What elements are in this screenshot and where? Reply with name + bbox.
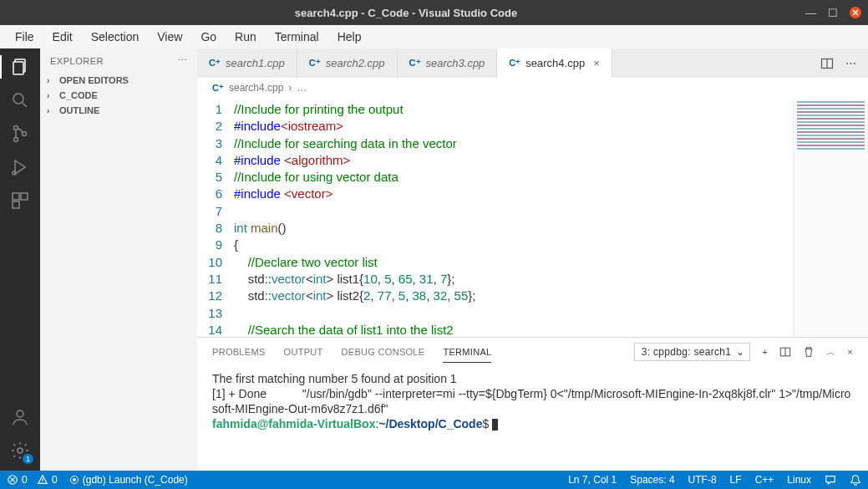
line-numbers: 1234567891011121314 bbox=[197, 98, 234, 337]
menu-view[interactable]: View bbox=[149, 28, 190, 46]
panel-tab-output[interactable]: OUTPUT bbox=[284, 342, 323, 362]
tab-search2[interactable]: C⁺search2.cpp bbox=[297, 48, 398, 78]
status-errors[interactable]: 0 0 bbox=[7, 474, 58, 486]
tab-search3[interactable]: C⁺search3.cpp bbox=[398, 48, 498, 78]
svg-rect-8 bbox=[21, 193, 28, 200]
svg-rect-9 bbox=[13, 201, 19, 208]
activity-bar: 1 bbox=[0, 48, 40, 471]
sidebar-title: EXPLORER ⋯ bbox=[40, 48, 197, 73]
minimize-icon[interactable]: — bbox=[805, 7, 816, 19]
menubar: File Edit Selection View Go Run Terminal… bbox=[0, 25, 868, 48]
bottom-panel: PROBLEMS OUTPUT DEBUG CONSOLE TERMINAL 3… bbox=[197, 337, 868, 471]
menu-help[interactable]: Help bbox=[329, 28, 370, 46]
menu-selection[interactable]: Selection bbox=[83, 28, 148, 46]
svg-rect-7 bbox=[13, 193, 19, 200]
settings-icon[interactable]: 1 bbox=[8, 439, 32, 462]
menu-run[interactable]: Run bbox=[226, 28, 265, 46]
svg-point-18 bbox=[73, 479, 75, 481]
status-encoding[interactable]: UTF-8 bbox=[688, 474, 717, 486]
panel-tab-problems[interactable]: PROBLEMS bbox=[212, 342, 266, 362]
svg-point-4 bbox=[14, 138, 18, 142]
status-ln-col[interactable]: Ln 7, Col 1 bbox=[568, 474, 617, 486]
status-launch[interactable]: (gdb) Launch (C_Code) bbox=[69, 474, 188, 486]
maximize-panel-icon[interactable]: ︿ bbox=[826, 346, 835, 359]
menu-file[interactable]: File bbox=[7, 28, 43, 46]
maximize-icon[interactable]: ☐ bbox=[828, 7, 838, 19]
close-panel-icon[interactable]: × bbox=[847, 347, 853, 357]
titlebar: search4.cpp - C_Code - Visual Studio Cod… bbox=[0, 0, 868, 25]
chevron-right-icon: › bbox=[47, 76, 57, 85]
svg-point-3 bbox=[14, 126, 18, 130]
editor-body[interactable]: 1234567891011121314 //Include for printi… bbox=[197, 98, 868, 337]
svg-rect-1 bbox=[13, 62, 23, 74]
tab-search1[interactable]: C⁺search1.cpp bbox=[197, 48, 297, 78]
status-os[interactable]: Linux bbox=[787, 474, 811, 486]
window-title: search4.cpp - C_Code - Visual Studio Cod… bbox=[7, 7, 805, 19]
terminal-select[interactable]: 3: cppdbg: search1 bbox=[634, 343, 750, 361]
status-feedback-icon[interactable] bbox=[825, 474, 836, 486]
more-actions-icon[interactable]: ⋯ bbox=[845, 57, 856, 69]
split-editor-icon[interactable] bbox=[820, 57, 834, 70]
chevron-right-icon: › bbox=[47, 91, 57, 100]
editor-area: C⁺search1.cpp C⁺search2.cpp C⁺search3.cp… bbox=[197, 48, 868, 471]
status-spaces[interactable]: Spaces: 4 bbox=[630, 474, 674, 486]
chevron-right-icon: › bbox=[47, 106, 57, 115]
cpp-file-icon: C⁺ bbox=[309, 58, 321, 69]
menu-go[interactable]: Go bbox=[192, 28, 225, 46]
tab-search4[interactable]: C⁺search4.cpp× bbox=[497, 48, 612, 78]
new-terminal-icon[interactable]: + bbox=[762, 347, 768, 357]
editor-tabs: C⁺search1.cpp C⁺search2.cpp C⁺search3.cp… bbox=[197, 48, 868, 78]
svg-point-5 bbox=[23, 132, 27, 136]
sidebar-folder[interactable]: ›C_CODE bbox=[40, 88, 197, 103]
settings-badge: 1 bbox=[23, 454, 33, 464]
trash-icon[interactable] bbox=[803, 346, 815, 358]
panel-tabs: PROBLEMS OUTPUT DEBUG CONSOLE TERMINAL 3… bbox=[197, 338, 868, 366]
search-icon[interactable] bbox=[8, 89, 32, 112]
status-bar: 0 0 (gdb) Launch (C_Code) Ln 7, Col 1 Sp… bbox=[0, 471, 868, 489]
svg-point-10 bbox=[17, 410, 23, 417]
sidebar-open-editors[interactable]: ›OPEN EDITORS bbox=[40, 73, 197, 88]
cpp-file-icon: C⁺ bbox=[509, 58, 520, 69]
cpp-file-icon: C⁺ bbox=[212, 83, 224, 94]
status-bell-icon[interactable] bbox=[850, 474, 861, 486]
menu-edit[interactable]: Edit bbox=[44, 28, 81, 46]
status-lang[interactable]: C++ bbox=[755, 474, 774, 486]
close-icon[interactable] bbox=[850, 7, 861, 18]
extensions-icon[interactable] bbox=[8, 189, 32, 212]
menu-terminal[interactable]: Terminal bbox=[266, 28, 327, 46]
source-control-icon[interactable] bbox=[8, 122, 32, 145]
svg-point-11 bbox=[18, 448, 23, 453]
terminal-output[interactable]: The first matching number 5 found at pos… bbox=[197, 366, 868, 471]
panel-tab-debug[interactable]: DEBUG CONSOLE bbox=[342, 342, 425, 362]
split-terminal-icon[interactable] bbox=[779, 346, 791, 358]
panel-tab-terminal[interactable]: TERMINAL bbox=[443, 342, 491, 363]
svg-point-2 bbox=[13, 94, 23, 104]
run-debug-icon[interactable] bbox=[8, 155, 32, 179]
sidebar: EXPLORER ⋯ ›OPEN EDITORS ›C_CODE ›OUTLIN… bbox=[40, 48, 197, 471]
code-content[interactable]: //Include for printing the output#includ… bbox=[234, 98, 793, 337]
breadcrumb[interactable]: C⁺ search4.cpp › … bbox=[197, 78, 868, 98]
explorer-icon[interactable] bbox=[8, 55, 32, 79]
svg-point-6 bbox=[13, 171, 16, 175]
account-icon[interactable] bbox=[8, 405, 32, 429]
more-icon[interactable]: ⋯ bbox=[178, 55, 188, 66]
window-controls: — ☐ bbox=[805, 7, 861, 19]
status-eol[interactable]: LF bbox=[730, 474, 742, 486]
minimap[interactable] bbox=[793, 98, 868, 337]
terminal-cursor bbox=[492, 419, 498, 430]
cpp-file-icon: C⁺ bbox=[409, 58, 421, 69]
sidebar-outline[interactable]: ›OUTLINE bbox=[40, 103, 197, 118]
cpp-file-icon: C⁺ bbox=[209, 58, 221, 69]
close-tab-icon[interactable]: × bbox=[593, 57, 600, 69]
